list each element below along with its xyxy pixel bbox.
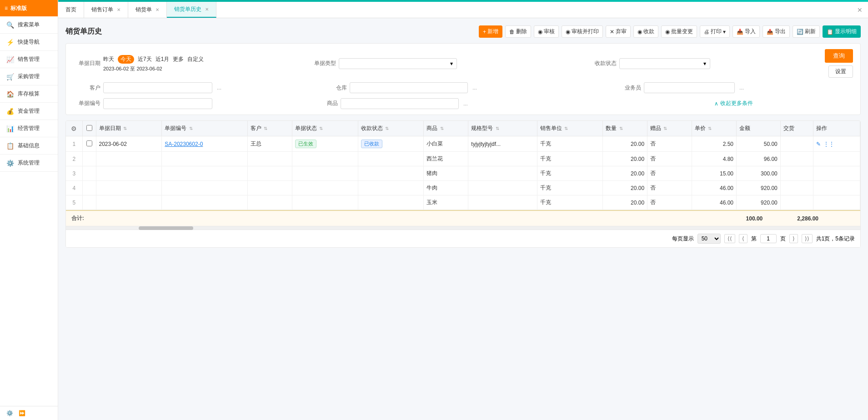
th-customer[interactable]: 客户 ⇅: [248, 121, 292, 136]
th-qty[interactable]: 数量 ⇅: [603, 121, 647, 136]
th-amount[interactable]: 金额: [737, 121, 781, 136]
row-doc-no[interactable]: [162, 152, 248, 166]
doc-type-select[interactable]: ▾: [339, 58, 457, 69]
tab-sales-history[interactable]: 销货单历史 ✕: [167, 2, 216, 18]
row-checkbox-cell[interactable]: [82, 166, 96, 181]
print-button[interactable]: 🖨 打印 ▾: [700, 25, 730, 38]
export-button[interactable]: 📤 导出: [763, 25, 790, 38]
tab-home[interactable]: 首页: [58, 2, 84, 18]
row-checkbox[interactable]: [86, 140, 92, 146]
sidebar-item-purchase-mgmt[interactable]: 🛒 采购管理: [0, 68, 58, 85]
date-link-more[interactable]: 更多: [173, 55, 184, 63]
window-close-button[interactable]: ✕: [852, 6, 868, 14]
staff-ellipsis[interactable]: ...: [738, 83, 746, 93]
tab-sales-goods[interactable]: 销货单 ✕: [128, 2, 167, 18]
refresh-button[interactable]: 🔄 刷新: [793, 25, 820, 38]
row-doc-no[interactable]: SA-20230602-0: [162, 136, 248, 152]
th-date[interactable]: 单据日期 ⇅: [96, 121, 162, 136]
review-button[interactable]: ◉ 审核: [534, 25, 559, 38]
filter-row-2: 客户 ... 仓库 ... 业务员 ...: [73, 82, 853, 93]
sidebar-collapse-icon[interactable]: ⏩: [19, 410, 25, 416]
add-button[interactable]: + 新增: [479, 25, 502, 38]
payment-status-select[interactable]: ▾: [619, 58, 710, 69]
page-last-button[interactable]: ⟩⟩: [802, 234, 813, 243]
tab-sales-goods-close[interactable]: ✕: [156, 7, 159, 12]
collapse-label: 收起更多条件: [720, 100, 753, 107]
show-detail-button[interactable]: 📋 显示明细: [823, 25, 861, 38]
collapse-button[interactable]: ∧ 收起更多条件: [714, 98, 753, 109]
sidebar-item-inventory-calc[interactable]: 🏠 库存核算: [0, 85, 58, 103]
date-link-1month[interactable]: 近1月: [156, 55, 170, 63]
th-doc-no[interactable]: 单据编号 ⇅: [162, 121, 248, 136]
row-num: 1: [66, 136, 82, 152]
sidebar-item-sys-mgmt[interactable]: ⚙️ 系统管理: [0, 155, 58, 172]
goods-input[interactable]: [341, 98, 459, 109]
set-button[interactable]: 设置: [828, 65, 853, 78]
row-checkbox-cell[interactable]: [82, 152, 96, 166]
batch-change-button[interactable]: ◉ 批量变更: [661, 25, 697, 38]
page-next-button[interactable]: ⟩: [789, 234, 798, 243]
import-button[interactable]: 📥 导入: [733, 25, 760, 38]
customer-ellipsis[interactable]: ...: [215, 83, 223, 93]
table-scrollbar-thumb[interactable]: [139, 226, 193, 230]
page-prev-button[interactable]: ⟨: [739, 234, 748, 243]
row-date: [96, 195, 162, 210]
action-edit-icon[interactable]: ✎: [816, 141, 821, 147]
page-number-input[interactable]: [760, 234, 777, 243]
page-first-button[interactable]: ⟨⟨: [724, 234, 735, 243]
collect-button[interactable]: ◉ 收款: [633, 25, 658, 38]
th-spec[interactable]: 规格型号 ⇅: [468, 121, 537, 136]
review-print-button[interactable]: ◉ 审核并打印: [562, 25, 603, 38]
table-footer: 合计: 100.00 2,286.00: [66, 210, 860, 226]
doc-no-input[interactable]: [103, 98, 212, 109]
action-more-icon[interactable]: ⋮⋮: [823, 141, 834, 147]
query-button[interactable]: 查询: [825, 49, 853, 63]
th-gear[interactable]: ⚙: [66, 121, 82, 136]
th-gift[interactable]: 赠品 ⇅: [647, 121, 692, 136]
abandon-button[interactable]: ✕ 弃审: [606, 25, 631, 38]
warehouse-ellipsis[interactable]: ...: [471, 83, 479, 93]
th-pay-status[interactable]: 收款状态 ⇅: [358, 121, 424, 136]
tab-sales-order[interactable]: 销售订单 ✕: [84, 2, 128, 18]
date-range-value: 2023-06-02 至 2023-06-02: [103, 65, 204, 72]
delete-button[interactable]: 🗑 删除: [505, 25, 531, 38]
date-link-7days[interactable]: 近7天: [138, 55, 152, 63]
query-area: 查询 设置: [825, 49, 853, 78]
tab-sales-history-close[interactable]: ✕: [205, 7, 209, 12]
th-unit[interactable]: 销售单位 ⇅: [537, 121, 603, 136]
th-trade[interactable]: 交货: [780, 121, 813, 136]
sidebar-item-ops-mgmt[interactable]: 📊 经营管理: [0, 120, 58, 137]
row-checkbox-cell[interactable]: [82, 181, 96, 195]
customer-input[interactable]: [103, 82, 212, 93]
date-link-yesterday[interactable]: 昨天: [103, 55, 114, 63]
select-all-checkbox[interactable]: [86, 125, 92, 131]
row-doc-no[interactable]: [162, 195, 248, 210]
th-doc-status[interactable]: 单据状态 ⇅: [292, 121, 358, 136]
row-checkbox-cell[interactable]: [82, 195, 96, 210]
date-link-custom[interactable]: 自定义: [187, 55, 204, 63]
row-customer: [248, 152, 292, 166]
sidebar-item-sales-mgmt[interactable]: 📈 销售管理: [0, 51, 58, 68]
tab-sales-order-close[interactable]: ✕: [117, 7, 120, 12]
page-size-select[interactable]: 50 100 200: [697, 234, 721, 244]
table-scrollbar[interactable]: [66, 226, 860, 230]
staff-input[interactable]: [644, 82, 735, 93]
doc-no-link[interactable]: SA-20230602-0: [165, 141, 203, 147]
th-goods[interactable]: 商品 ⇅: [424, 121, 468, 136]
th-checkbox[interactable]: [82, 121, 96, 136]
goods-ellipsis[interactable]: ...: [462, 99, 470, 109]
th-price[interactable]: 单价 ⇅: [692, 121, 737, 136]
gear-icon[interactable]: ⚙: [71, 125, 77, 132]
sidebar-settings-icon[interactable]: ⚙️: [6, 410, 13, 416]
sidebar-item-finance-mgmt[interactable]: 💰 资金管理: [0, 103, 58, 120]
sidebar-item-basic-info[interactable]: 📋 基础信息: [0, 137, 58, 155]
doc-no-label: 单据编号: [73, 100, 100, 107]
row-doc-no[interactable]: [162, 166, 248, 181]
sidebar-item-search-menu[interactable]: 🔍 搜索菜单: [0, 16, 58, 34]
date-link-today[interactable]: 今天: [118, 55, 134, 64]
sidebar-item-quick-nav[interactable]: ⚡ 快捷导航: [0, 34, 58, 51]
row-doc-status: [292, 181, 358, 195]
warehouse-input[interactable]: [350, 82, 468, 93]
row-checkbox-cell[interactable]: [82, 136, 96, 152]
row-doc-no[interactable]: [162, 181, 248, 195]
